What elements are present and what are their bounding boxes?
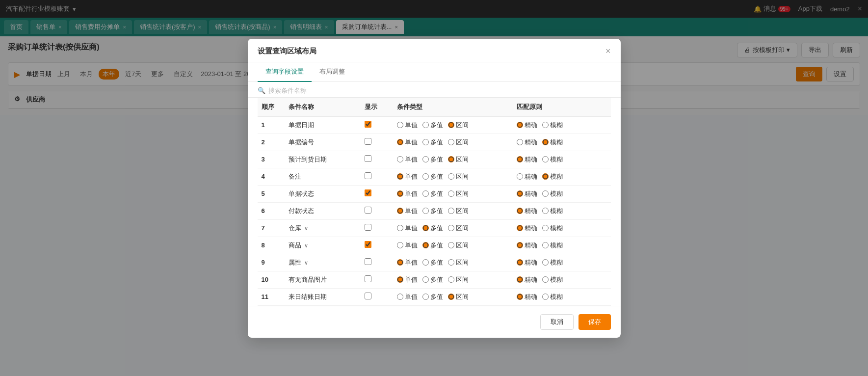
search-icon: 🔍 xyxy=(258,87,265,94)
col-header-match: 匹配原则 xyxy=(513,98,610,115)
dialog-table: 顺序 条件名称 显示 条件类型 匹配原则 1单据日期单值多值区间精确模糊2单据编… xyxy=(258,98,611,115)
dialog-tab-fields[interactable]: 查询字段设置 xyxy=(258,62,312,82)
col-header-name: 条件名称 xyxy=(285,98,361,115)
dialog-search-area: 🔍 xyxy=(248,82,621,98)
col-header-show: 显示 xyxy=(361,98,393,115)
settings-dialog: 设置查询区域布局 × 查询字段设置 布局调整 🔍 顺序 条件名称 xyxy=(248,39,621,115)
dialog-close-button[interactable]: × xyxy=(605,47,611,55)
col-header-type: 条件类型 xyxy=(393,98,513,115)
dialog-tab-layout[interactable]: 布局调整 xyxy=(312,62,353,82)
dialog-header: 设置查询区域布局 × xyxy=(248,39,621,62)
col-header-order: 顺序 xyxy=(258,98,285,115)
table-header-row: 顺序 条件名称 显示 条件类型 匹配原则 xyxy=(258,98,611,115)
search-input[interactable] xyxy=(268,87,367,94)
dialog-tab-layout-label: 布局调整 xyxy=(319,68,345,75)
modal-overlay: 设置查询区域布局 × 查询字段设置 布局调整 🔍 顺序 条件名称 xyxy=(0,0,868,115)
dialog-tab-fields-label: 查询字段设置 xyxy=(265,68,304,75)
dialog-table-wrap: 顺序 条件名称 显示 条件类型 匹配原则 1单据日期单值多值区间精确模糊2单据编… xyxy=(248,98,621,115)
dialog-tabs: 查询字段设置 布局调整 xyxy=(248,62,621,82)
dialog-title: 设置查询区域布局 xyxy=(258,47,316,56)
